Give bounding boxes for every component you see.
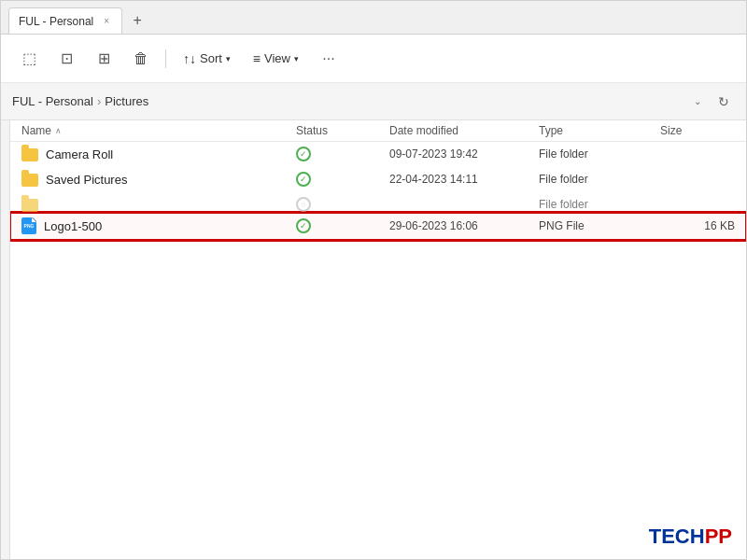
file-name: Logo1-500	[44, 219, 102, 233]
watermark-pp: PP	[705, 525, 732, 548]
col-name-label: Name	[21, 124, 51, 137]
col-header-size[interactable]: Size	[660, 124, 735, 137]
dropdown-icon: ⌄	[694, 96, 701, 106]
table-row[interactable]: ○ File folder	[10, 192, 746, 213]
col-header-date[interactable]: Date modified	[389, 124, 539, 137]
toolbar-separator	[165, 49, 166, 68]
status-check-icon: ✓	[296, 147, 311, 161]
watermark: TECHPP	[649, 525, 732, 549]
col-name-sort-icon: ∧	[55, 126, 62, 135]
type-cell: File folder	[539, 173, 660, 186]
file-name-cell: Camera Roll	[21, 147, 296, 161]
status-check-icon: ✓	[296, 218, 311, 233]
png-file-icon: PNG	[21, 217, 36, 234]
tab-bar: FUL - Personal × +	[1, 1, 746, 35]
sort-button[interactable]: ↑↓ Sort ▾	[174, 42, 240, 76]
left-panel	[1, 120, 10, 559]
path-separator: ›	[97, 94, 101, 108]
col-type-label: Type	[539, 124, 563, 137]
col-header-status[interactable]: Status	[296, 124, 389, 137]
status-cell: ○	[296, 197, 389, 212]
toolbar-copy-button[interactable]: ⬚	[12, 42, 46, 76]
file-name-cell: PNG Logo1-500	[21, 217, 296, 234]
tab-close-button[interactable]: ×	[101, 15, 112, 27]
explorer-window: FUL - Personal × + ⬚ ⊡ ⊞ 🗑 ↑↓ Sort ▾ ≡ V…	[0, 0, 747, 560]
type-cell: PNG File	[539, 219, 660, 232]
col-size-label: Size	[660, 124, 682, 137]
address-path[interactable]: FUL - Personal › Pictures	[12, 94, 681, 108]
sort-label: Sort	[200, 51, 222, 65]
table-row[interactable]: Camera Roll ✓ 09-07-2023 19:42 File fold…	[10, 142, 746, 167]
date-cell: 22-04-2023 14:11	[389, 173, 539, 186]
size-cell: 16 KB	[660, 219, 735, 232]
sort-icon: ↑↓	[183, 51, 196, 66]
col-header-type[interactable]: Type	[539, 124, 660, 137]
path-current[interactable]: Pictures	[105, 94, 148, 108]
toolbar-delete-button[interactable]: 🗑	[124, 42, 158, 76]
paste-icon: ⊡	[61, 49, 73, 67]
sort-dropdown-icon: ▾	[226, 54, 231, 63]
address-bar: FUL - Personal › Pictures ⌄ ↻	[1, 83, 746, 120]
col-status-label: Status	[296, 124, 328, 137]
tab-active[interactable]: FUL - Personal ×	[8, 7, 122, 34]
view-button[interactable]: ≡ View ▾	[244, 42, 308, 76]
path-parent[interactable]: FUL - Personal	[12, 94, 93, 108]
status-check-icon: ✓	[296, 172, 311, 187]
view-icon: ≡	[253, 51, 261, 66]
folder-icon	[21, 148, 38, 161]
status-cell: ✓	[296, 172, 389, 187]
copy-icon: ⬚	[22, 49, 36, 67]
view-label: View	[264, 51, 290, 65]
col-date-label: Date modified	[389, 124, 458, 137]
type-cell: File folder	[539, 198, 660, 211]
refresh-button[interactable]: ↻	[712, 91, 735, 113]
file-name-cell	[21, 197, 296, 212]
toolbar-share-button[interactable]: ⊞	[87, 42, 120, 76]
type-cell: File folder	[539, 147, 660, 161]
file-list-container: Name ∧ Status Date modified Type Size	[1, 120, 746, 559]
more-icon: ···	[322, 50, 334, 67]
table-row[interactable]: PNG Logo1-500 ✓ 29-06-2023 16:06 PNG Fil…	[10, 213, 746, 240]
folder-icon	[21, 199, 38, 212]
new-tab-button[interactable]: +	[124, 7, 150, 34]
status-cell: ✓	[296, 218, 389, 233]
file-name: Camera Roll	[46, 147, 113, 161]
refresh-icon: ↻	[718, 94, 729, 109]
file-name: Saved Pictures	[46, 173, 127, 187]
watermark-tech: TECH	[649, 525, 705, 548]
view-dropdown-icon: ▾	[294, 54, 299, 63]
folder-icon	[21, 174, 38, 187]
toolbar-paste-button[interactable]: ⊡	[49, 42, 83, 76]
share-icon: ⊞	[98, 49, 110, 67]
column-headers: Name ∧ Status Date modified Type Size	[10, 120, 746, 142]
toolbar: ⬚ ⊡ ⊞ 🗑 ↑↓ Sort ▾ ≡ View ▾ ···	[1, 35, 746, 83]
delete-icon: 🗑	[134, 50, 148, 67]
status-cell: ✓	[296, 147, 389, 161]
tab-label: FUL - Personal	[19, 15, 93, 28]
address-dropdown-button[interactable]: ⌄	[688, 92, 707, 111]
date-cell: 09-07-2023 19:42	[389, 147, 539, 161]
address-right: ⌄ ↻	[688, 91, 735, 113]
col-header-name[interactable]: Name ∧	[21, 124, 296, 137]
more-options-button[interactable]: ···	[312, 42, 345, 76]
status-check-icon: ○	[296, 197, 311, 212]
file-name-cell: Saved Pictures	[21, 172, 296, 187]
table-row[interactable]: Saved Pictures ✓ 22-04-2023 14:11 File f…	[10, 167, 746, 192]
date-cell: 29-06-2023 16:06	[389, 219, 539, 232]
file-list: Name ∧ Status Date modified Type Size	[10, 120, 746, 559]
